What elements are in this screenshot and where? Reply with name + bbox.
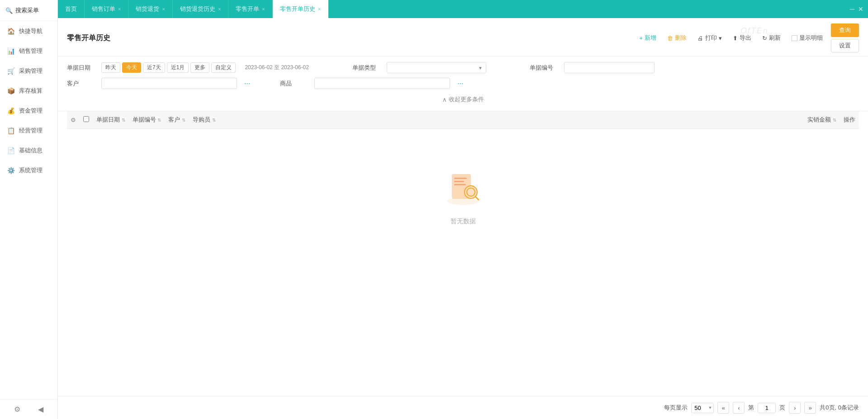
empty-state-icon bbox=[441, 165, 486, 210]
sort-doc-no-icon[interactable]: ⇅ bbox=[157, 118, 161, 122]
display-label: 显示明细 bbox=[799, 34, 823, 42]
tab-retail-open-close[interactable]: × bbox=[262, 6, 265, 12]
date-btn-more[interactable]: 更多 bbox=[190, 62, 209, 73]
th-customer-label: 客户 bbox=[168, 116, 180, 123]
print-icon: 🖨 bbox=[697, 35, 703, 42]
tab-close-icon[interactable]: ✕ bbox=[858, 5, 863, 13]
th-spacer bbox=[219, 111, 804, 129]
add-icon: + bbox=[639, 35, 643, 42]
main-area: 首页 销售订单 × 销货退货 × 销货退货历史 × 零售开单 × 零售开单历史 … bbox=[58, 0, 868, 419]
export-label: 导出 bbox=[740, 34, 751, 42]
goods-input[interactable] bbox=[314, 78, 450, 89]
tab-retail-open-history-close[interactable]: × bbox=[318, 6, 321, 12]
pagination: 每页显示 10 20 50 100 « ‹ 第 1 页 › » 共0页, 0条记… bbox=[58, 396, 868, 419]
tab-sales-return-history-close[interactable]: × bbox=[218, 6, 221, 12]
clipboard-icon: 📋 bbox=[6, 126, 15, 135]
settings-button[interactable]: ⚙ bbox=[14, 405, 20, 414]
date-btn-7days[interactable]: 近7天 bbox=[143, 62, 165, 73]
date-btn-today[interactable]: 今天 bbox=[122, 62, 141, 73]
doc-icon: 📄 bbox=[6, 146, 15, 155]
next-page-button[interactable]: › bbox=[789, 402, 801, 414]
sidebar-search[interactable]: 🔍 搜索采单 bbox=[0, 0, 57, 21]
tab-sales-order[interactable]: 销售订单 × bbox=[85, 0, 128, 18]
tab-bar: 首页 销售订单 × 销货退货 × 销货退货历史 × 零售开单 × 零售开单历史 … bbox=[58, 0, 868, 18]
sidebar-item-finance[interactable]: 💰 资金管理 bbox=[0, 101, 57, 121]
th-salesperson-label: 导购员 bbox=[193, 116, 210, 123]
sidebar-item-inventory[interactable]: 📦 库存核算 bbox=[0, 81, 57, 101]
sidebar-item-label: 基础信息 bbox=[19, 146, 43, 155]
tab-minimize-icon[interactable]: ─ bbox=[850, 5, 854, 13]
query-button[interactable]: 查询 bbox=[831, 24, 859, 37]
goods-dots[interactable]: ··· bbox=[457, 80, 463, 88]
th-checkbox bbox=[80, 111, 93, 129]
collapse-sidebar-button[interactable]: ◀ bbox=[38, 405, 43, 414]
th-doc-no-label: 单据编号 bbox=[133, 116, 156, 123]
empty-state: 暂无数据 bbox=[67, 129, 859, 262]
customer-input[interactable] bbox=[101, 78, 237, 89]
sidebar-item-sales-mgmt[interactable]: 📊 销售管理 bbox=[0, 41, 57, 61]
sidebar-item-purchase-mgmt[interactable]: 🛒 采购管理 bbox=[0, 61, 57, 81]
date-btn-custom[interactable]: 自定义 bbox=[211, 62, 236, 73]
th-salesperson: 导购员 ⇅ bbox=[189, 111, 219, 129]
sidebar-item-quick-nav[interactable]: 🏠 快捷导航 bbox=[0, 21, 57, 41]
tab-retail-open[interactable]: 零售开单 × bbox=[228, 0, 272, 18]
svg-rect-4 bbox=[454, 184, 466, 185]
table-settings-icon[interactable]: ⚙ bbox=[71, 117, 76, 123]
sidebar-item-sys-mgmt[interactable]: ⚙️ 系统管理 bbox=[0, 160, 57, 180]
sort-date-icon[interactable]: ⇅ bbox=[122, 118, 125, 122]
sidebar-item-operations[interactable]: 📋 经营管理 bbox=[0, 121, 57, 141]
doc-type-select[interactable] bbox=[387, 62, 486, 73]
collapse-label: 收起更多条件 bbox=[449, 95, 484, 104]
table-head: ⚙ 单据日期 ⇅ 单据编号 ⇅ bbox=[67, 111, 859, 129]
th-action-label: 操作 bbox=[844, 116, 855, 123]
collapse-button[interactable]: ∧ 收起更多条件 bbox=[442, 94, 484, 105]
display-toggle[interactable]: 显示明细 bbox=[789, 32, 825, 44]
th-action: 操作 bbox=[840, 111, 859, 129]
refresh-button[interactable]: ↻ 刷新 bbox=[759, 32, 783, 44]
date-btn-1month[interactable]: 近1月 bbox=[167, 62, 189, 73]
tab-home-label: 首页 bbox=[65, 5, 77, 13]
toolbar: + 新增 🗑 删除 🖨 打印 ▾ ⬆ 导出 ↻ 刷新 bbox=[636, 24, 859, 52]
tab-sales-return-history-label: 销货退货历史 bbox=[180, 5, 215, 13]
export-button[interactable]: ⬆ 导出 bbox=[730, 32, 754, 44]
last-page-button[interactable]: » bbox=[804, 402, 816, 414]
select-all-checkbox[interactable] bbox=[83, 116, 89, 122]
sort-customer-icon[interactable]: ⇅ bbox=[182, 118, 185, 122]
customer-dots[interactable]: ··· bbox=[244, 80, 250, 88]
th-amount: 实销金额 ⇅ bbox=[804, 111, 840, 129]
filter-row-2: 客户 ··· 商品 ··· bbox=[67, 78, 859, 89]
tab-sales-order-close[interactable]: × bbox=[118, 6, 121, 12]
sort-amount-icon[interactable]: ⇅ bbox=[833, 118, 836, 122]
per-page-label: 每页显示 bbox=[664, 404, 688, 412]
th-settings: ⚙ bbox=[67, 111, 80, 129]
display-checkbox[interactable] bbox=[792, 35, 797, 41]
print-button[interactable]: 🖨 打印 ▾ bbox=[695, 32, 725, 44]
sidebar-item-base-info[interactable]: 📄 基础信息 bbox=[0, 141, 57, 160]
first-page-button[interactable]: « bbox=[717, 402, 729, 414]
th-date: 单据日期 ⇅ bbox=[93, 111, 129, 129]
content-area: 零售开单历史 + 新增 🗑 删除 🖨 打印 ▾ ⬆ 导出 bbox=[58, 18, 868, 419]
filter-row-1: 单据日期 昨天 今天 近7天 近1月 更多 自定义 2023-06-02 至 2… bbox=[67, 62, 859, 73]
per-page-select[interactable]: 10 20 50 100 bbox=[691, 403, 714, 413]
delete-button[interactable]: 🗑 删除 bbox=[664, 32, 689, 44]
settings-button-toolbar[interactable]: 设置 bbox=[831, 39, 859, 52]
tab-home[interactable]: 首页 bbox=[58, 0, 85, 18]
sidebar-item-label: 快捷导航 bbox=[19, 27, 43, 35]
date-btn-yesterday[interactable]: 昨天 bbox=[101, 62, 120, 73]
tab-retail-open-history[interactable]: 零售开单历史 × bbox=[273, 0, 328, 18]
tab-sales-return-history[interactable]: 销货退货历史 × bbox=[173, 0, 228, 18]
tab-sales-return-close[interactable]: × bbox=[162, 6, 165, 12]
table-header-row: ⚙ 单据日期 ⇅ 单据编号 ⇅ bbox=[67, 111, 859, 129]
svg-rect-3 bbox=[454, 181, 464, 182]
doc-no-input[interactable] bbox=[564, 62, 655, 73]
customer-filter-label: 客户 bbox=[67, 80, 94, 88]
tab-sales-return-label: 销货退货 bbox=[136, 5, 159, 13]
tab-sales-return[interactable]: 销货退货 × bbox=[128, 0, 172, 18]
tab-bar-right: ─ ✕ bbox=[850, 5, 868, 13]
delete-label: 删除 bbox=[675, 34, 687, 42]
current-page-input[interactable]: 1 bbox=[758, 403, 776, 413]
add-button[interactable]: + 新增 bbox=[636, 32, 659, 44]
sidebar-item-label: 采购管理 bbox=[19, 67, 43, 75]
prev-page-button[interactable]: ‹ bbox=[733, 402, 745, 414]
sort-salesperson-icon[interactable]: ⇅ bbox=[212, 118, 216, 122]
